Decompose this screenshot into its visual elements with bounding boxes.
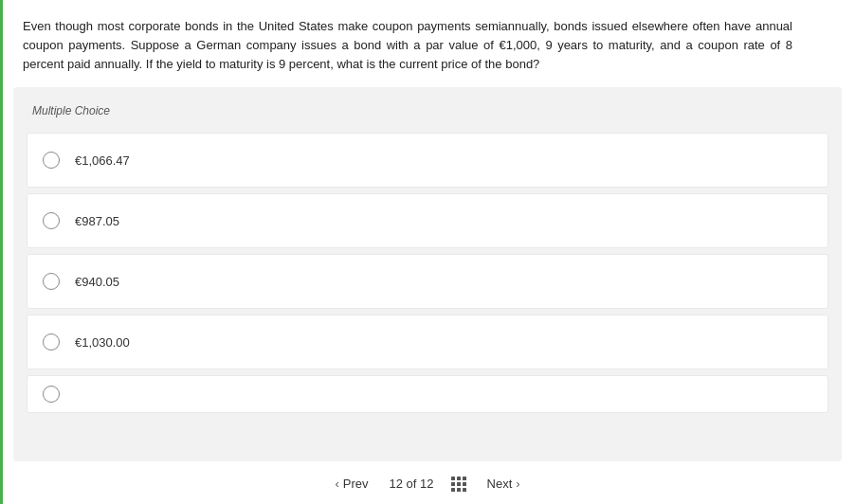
multiple-choice-label: Multiple Choice (13, 97, 842, 127)
prev-chevron-icon: ‹ (335, 477, 338, 491)
prev-button[interactable]: ‹ Prev (331, 475, 372, 493)
choice-option-e-partial[interactable] (27, 375, 828, 413)
prev-label: Prev (343, 477, 369, 491)
next-chevron-icon: › (516, 477, 519, 491)
radio-a[interactable] (43, 152, 60, 169)
radio-e[interactable] (43, 386, 60, 403)
choice-option-c[interactable]: €940.05 (27, 254, 828, 309)
question-text: Even though most corporate bonds in the … (23, 17, 792, 74)
question-area: Even though most corporate bonds in the … (0, 0, 815, 87)
choice-text-a: €1,066.47 (75, 153, 130, 168)
radio-d[interactable] (43, 333, 60, 351)
choice-text-d: €1,030.00 (75, 335, 130, 350)
page-info: 12 of 12 (389, 477, 433, 491)
choice-text-b: €987.05 (75, 214, 119, 228)
radio-b[interactable] (43, 212, 60, 229)
choice-option-d[interactable]: €1,030.00 (27, 315, 828, 369)
current-page: 12 (389, 477, 402, 491)
page-of-text: of (407, 477, 420, 491)
pagination-bar: ‹ Prev 12 of 12 Next › (0, 461, 855, 504)
page-container: Even though most corporate bonds in the … (0, 0, 855, 504)
choice-option-b[interactable]: €987.05 (27, 193, 828, 248)
choice-text-c: €940.05 (75, 275, 119, 289)
next-label: Next (487, 477, 513, 491)
grid-nav-icon[interactable] (451, 477, 466, 492)
total-pages: 12 (420, 477, 433, 491)
next-button[interactable]: Next › (483, 475, 524, 493)
choice-option-a[interactable]: €1,066.47 (27, 133, 828, 188)
radio-c[interactable] (43, 273, 60, 290)
answer-section: Multiple Choice €1,066.47 €987.05 €940.0… (13, 87, 842, 461)
left-border-accent (0, 0, 3, 504)
